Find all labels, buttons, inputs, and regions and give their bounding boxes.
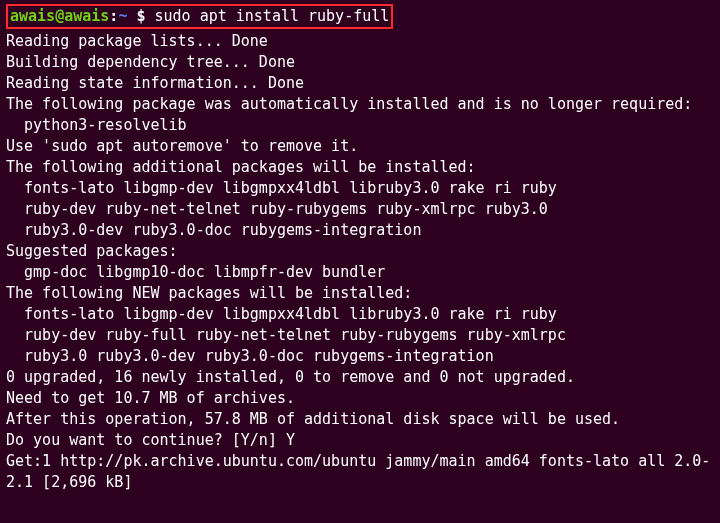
prompt-user-host: awais@awais <box>10 7 109 25</box>
command-input[interactable]: sudo apt install ruby-full <box>155 7 390 25</box>
terminal-output: Reading package lists... Done Building d… <box>6 31 714 493</box>
prompt-symbol: $ <box>127 7 154 25</box>
prompt-line: awais@awais:~ $ sudo apt install ruby-fu… <box>6 4 393 29</box>
